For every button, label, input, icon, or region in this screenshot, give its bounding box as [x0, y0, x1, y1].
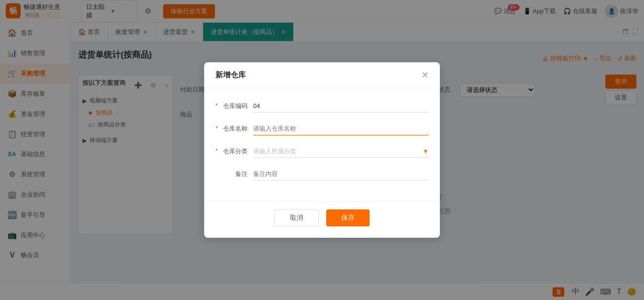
form-row-name: 仓库名称	[215, 122, 429, 135]
dialog-body: 仓库编码 仓库名称 仓库分类 请输入所属分类 ▼ 备注	[204, 88, 440, 201]
name-input[interactable]	[253, 122, 429, 135]
save-button[interactable]: 保存	[326, 209, 370, 226]
category-select-wrapper: 请输入所属分类 ▼	[253, 145, 429, 158]
category-select[interactable]: 请输入所属分类	[253, 148, 422, 155]
dialog-new-warehouse: 新增仓库 ✕ 仓库编码 仓库名称 仓库分类 请输入所属分类 ▼	[204, 62, 440, 238]
code-input[interactable]	[253, 100, 429, 113]
modal-overlay[interactable]: 新增仓库 ✕ 仓库编码 仓库名称 仓库分类 请输入所属分类 ▼	[0, 0, 644, 300]
dialog-title: 新增仓库	[215, 70, 246, 80]
category-label: 仓库分类	[215, 147, 253, 156]
form-row-code: 仓库编码	[215, 100, 429, 113]
dialog-close-button[interactable]: ✕	[421, 70, 429, 80]
code-label: 仓库编码	[215, 102, 253, 110]
note-input[interactable]	[253, 167, 429, 181]
form-row-note: 备注	[215, 167, 429, 181]
name-label: 仓库名称	[215, 125, 253, 133]
note-label: 备注	[215, 170, 253, 178]
category-dropdown-arrow: ▼	[422, 148, 429, 155]
dialog-footer: 取消 保存	[204, 201, 440, 238]
cancel-button[interactable]: 取消	[274, 209, 319, 226]
dialog-header: 新增仓库 ✕	[204, 62, 440, 88]
form-row-category: 仓库分类 请输入所属分类 ▼	[215, 145, 429, 158]
